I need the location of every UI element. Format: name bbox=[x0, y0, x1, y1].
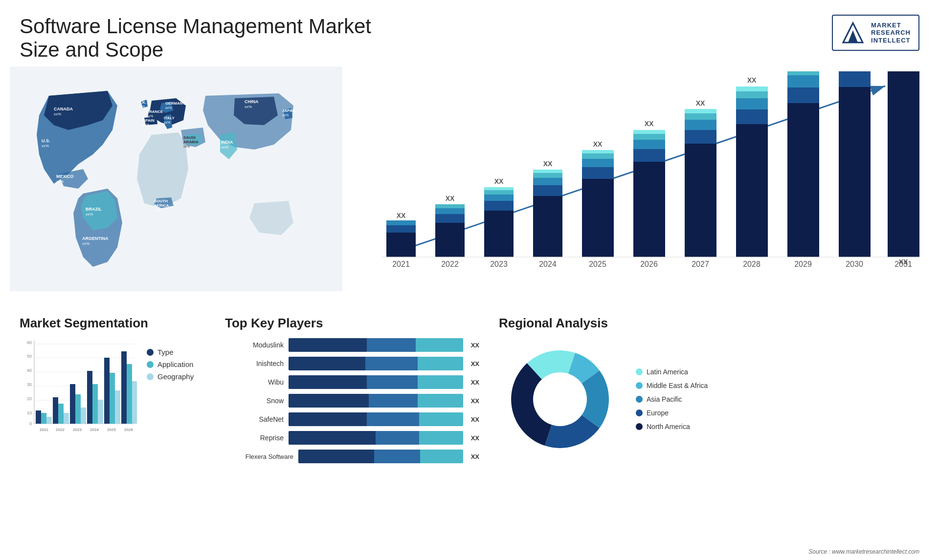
svg-text:xx%: xx% bbox=[143, 123, 149, 127]
segmentation-title: Market Segmentation bbox=[20, 316, 205, 331]
svg-text:2025: 2025 bbox=[589, 260, 606, 268]
svg-rect-134 bbox=[110, 373, 115, 424]
svg-text:xx%: xx% bbox=[42, 144, 49, 148]
bottom-section: Market Segmentation 60 50 40 30 20 10 0 bbox=[0, 306, 939, 473]
player-row-flexera: Flexera Software XX bbox=[225, 450, 479, 463]
svg-text:40: 40 bbox=[27, 368, 32, 373]
svg-text:2030: 2030 bbox=[846, 260, 863, 268]
svg-rect-54 bbox=[533, 178, 562, 185]
svg-rect-137 bbox=[121, 351, 127, 424]
svg-rect-37 bbox=[386, 233, 416, 257]
svg-rect-83 bbox=[787, 87, 819, 103]
svg-text:2031: 2031 bbox=[894, 260, 912, 268]
dot-asia-pacific bbox=[636, 396, 643, 403]
svg-rect-84 bbox=[787, 75, 819, 87]
svg-text:XX: XX bbox=[645, 120, 654, 128]
legend-middle-east-africa: Middle East & Africa bbox=[636, 382, 708, 389]
svg-rect-138 bbox=[127, 364, 132, 424]
svg-rect-61 bbox=[582, 153, 614, 159]
svg-rect-72 bbox=[685, 120, 716, 130]
svg-rect-43 bbox=[435, 208, 465, 214]
svg-rect-47 bbox=[484, 201, 514, 211]
svg-rect-87 bbox=[839, 71, 871, 87]
svg-rect-131 bbox=[98, 400, 103, 424]
svg-text:xx%: xx% bbox=[221, 145, 228, 150]
svg-text:xx%: xx% bbox=[154, 208, 160, 212]
svg-rect-41 bbox=[435, 223, 465, 257]
legend-asia-pacific: Asia Pacific bbox=[636, 395, 708, 403]
main-content: CANADA xx% U.S. xx% MEXICO xx% BRAZIL xx… bbox=[0, 66, 939, 301]
svg-rect-58 bbox=[582, 179, 614, 257]
svg-text:30: 30 bbox=[27, 382, 32, 387]
svg-text:XX: XX bbox=[543, 160, 553, 168]
svg-text:xx%: xx% bbox=[56, 179, 64, 184]
svg-rect-42 bbox=[435, 214, 465, 223]
player-name-moduslink: Moduslink bbox=[225, 341, 284, 349]
svg-rect-49 bbox=[484, 190, 514, 194]
svg-text:xx%: xx% bbox=[282, 113, 289, 117]
svg-rect-64 bbox=[633, 162, 665, 257]
svg-text:U.S.: U.S. bbox=[42, 138, 50, 143]
logo: MARKET RESEARCH INTELLECT bbox=[832, 15, 919, 51]
svg-text:CANADA: CANADA bbox=[54, 107, 73, 111]
svg-text:2024: 2024 bbox=[90, 428, 99, 432]
svg-text:xx%: xx% bbox=[138, 105, 145, 108]
svg-text:2025: 2025 bbox=[107, 428, 116, 432]
player-bar-container: Moduslink XX Inishtech XX bbox=[225, 338, 479, 463]
page-title: Software License Management Market Size … bbox=[20, 15, 411, 62]
player-row-wibu: Wibu XX bbox=[225, 375, 479, 389]
svg-rect-139 bbox=[132, 381, 137, 424]
map-section: CANADA xx% U.S. xx% MEXICO xx% BRAZIL xx… bbox=[10, 66, 342, 301]
svg-text:xx%: xx% bbox=[164, 121, 170, 124]
player-name-safenet: SafeNet bbox=[225, 415, 284, 423]
svg-text:2028: 2028 bbox=[743, 260, 760, 268]
svg-rect-65 bbox=[633, 149, 665, 162]
svg-rect-76 bbox=[736, 124, 768, 257]
regional-section: Regional Analysis bbox=[499, 316, 919, 463]
svg-text:2026: 2026 bbox=[124, 428, 133, 432]
dot-middle-east-africa bbox=[636, 382, 643, 389]
svg-rect-86 bbox=[839, 87, 871, 257]
player-bar-reprise bbox=[289, 431, 463, 445]
svg-text:0: 0 bbox=[29, 421, 32, 426]
svg-point-141 bbox=[533, 372, 587, 426]
svg-text:20: 20 bbox=[27, 396, 32, 401]
player-row-reprise: Reprise XX bbox=[225, 431, 479, 445]
player-row-snow: Snow XX bbox=[225, 394, 479, 408]
player-bar-safenet bbox=[289, 412, 463, 426]
svg-rect-133 bbox=[104, 358, 110, 424]
svg-text:FRANCE: FRANCE bbox=[147, 109, 163, 114]
player-bar-inishtech bbox=[289, 357, 463, 370]
svg-rect-125 bbox=[70, 384, 75, 424]
player-bar-moduslink bbox=[289, 338, 463, 352]
svg-rect-56 bbox=[533, 170, 562, 173]
svg-text:2022: 2022 bbox=[56, 428, 65, 432]
svg-rect-118 bbox=[41, 413, 46, 424]
svg-rect-121 bbox=[53, 397, 58, 424]
svg-rect-88 bbox=[888, 71, 919, 257]
svg-text:GERMANY: GERMANY bbox=[165, 101, 186, 106]
svg-rect-59 bbox=[582, 167, 614, 179]
players-title: Top Key Players bbox=[225, 316, 479, 331]
dot-latin-america bbox=[636, 368, 643, 375]
svg-text:xx%: xx% bbox=[147, 114, 153, 118]
svg-text:INDIA: INDIA bbox=[221, 140, 233, 145]
svg-rect-122 bbox=[58, 404, 64, 424]
svg-text:xx%: xx% bbox=[165, 106, 172, 109]
legend-type: Type bbox=[147, 348, 194, 356]
donut-chart bbox=[499, 338, 621, 460]
legend-north-america: North America bbox=[636, 423, 708, 431]
svg-text:XX: XX bbox=[747, 76, 757, 84]
svg-text:SAUDI: SAUDI bbox=[183, 135, 196, 140]
logo-icon bbox=[841, 21, 865, 45]
svg-text:SOUTH: SOUTH bbox=[154, 199, 168, 203]
svg-text:JAPAN: JAPAN bbox=[282, 108, 295, 113]
svg-text:xx%: xx% bbox=[183, 145, 190, 148]
svg-text:2024: 2024 bbox=[539, 260, 557, 268]
svg-text:2029: 2029 bbox=[794, 260, 812, 268]
svg-text:XX: XX bbox=[696, 99, 705, 107]
svg-rect-79 bbox=[736, 91, 768, 98]
player-name-snow: Snow bbox=[225, 397, 284, 405]
svg-rect-82 bbox=[787, 103, 819, 257]
svg-text:xx%: xx% bbox=[54, 112, 61, 116]
